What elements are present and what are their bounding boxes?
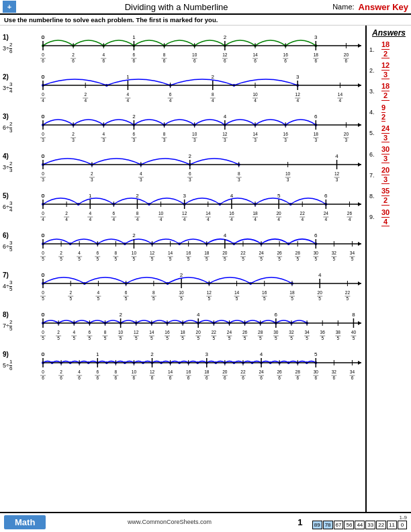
svg-text:6: 6 (151, 375, 154, 380)
score-box: 78 (323, 521, 333, 529)
svg-text:5: 5 (314, 351, 318, 357)
svg-text:4: 4 (65, 217, 68, 222)
page-title: Dividing with a Numberline (20, 2, 332, 12)
svg-text:3: 3 (193, 138, 196, 142)
svg-text:3: 3 (183, 193, 186, 199)
problem-label: 5) 6÷ 3 4 (3, 185, 38, 214)
svg-text:3: 3 (140, 177, 142, 182)
svg-text:3: 3 (336, 177, 338, 182)
score-box: 89 (312, 521, 322, 529)
svg-text:4: 4 (113, 217, 116, 222)
svg-text:6: 6 (296, 375, 299, 380)
svg-text:4: 4 (89, 217, 91, 222)
svg-text:4: 4 (84, 98, 87, 103)
svg-text:26: 26 (242, 330, 248, 335)
svg-text:5: 5 (296, 257, 299, 261)
svg-text:24: 24 (324, 211, 329, 216)
svg-text:4: 4 (169, 98, 172, 103)
svg-text:5: 5 (152, 296, 155, 301)
svg-text:5: 5 (181, 336, 184, 341)
svg-text:5: 5 (57, 336, 60, 341)
svg-text:22: 22 (212, 330, 217, 335)
svg-text:30: 30 (273, 330, 279, 335)
svg-text:6: 6 (324, 193, 328, 199)
svg-text:4: 4 (89, 211, 91, 216)
svg-text:6: 6 (314, 114, 318, 120)
problem-row: 7) 4÷ 3 5 005254565852105125145165185420… (3, 265, 363, 303)
svg-text:0: 0 (42, 34, 45, 40)
svg-text:5: 5 (314, 257, 317, 261)
svg-text:14: 14 (149, 330, 154, 335)
svg-text:8: 8 (115, 251, 118, 255)
svg-text:4: 4 (318, 272, 322, 278)
svg-text:2: 2 (72, 132, 75, 136)
svg-text:0: 0 (42, 114, 45, 120)
answer-fraction: 18 2 (381, 82, 390, 100)
svg-text:4: 4 (207, 217, 210, 222)
svg-text:3: 3 (205, 351, 209, 357)
svg-text:8: 8 (352, 312, 355, 318)
svg-marker-252 (358, 202, 361, 206)
problem-row: 2) 3÷ 3 4 004241446428410431241440 (3, 66, 363, 105)
instruction-text: Use the numberline to solve each problem… (0, 15, 411, 26)
svg-text:20: 20 (344, 132, 349, 136)
svg-text:6: 6 (133, 375, 136, 380)
svg-text:5: 5 (187, 257, 190, 261)
svg-text:6: 6 (96, 251, 99, 255)
score-box: 44 (355, 521, 365, 529)
svg-text:4: 4 (127, 98, 130, 103)
svg-text:6: 6 (72, 58, 75, 63)
svg-text:0: 0 (42, 351, 45, 357)
svg-text:8: 8 (238, 171, 240, 176)
svg-text:3: 3 (284, 138, 287, 142)
svg-text:4: 4 (260, 351, 263, 357)
svg-text:0: 0 (42, 290, 44, 295)
svg-text:6: 6 (351, 375, 354, 380)
svg-text:5: 5 (228, 336, 231, 341)
svg-text:4: 4 (339, 98, 342, 103)
svg-text:14: 14 (205, 211, 211, 216)
svg-text:4: 4 (230, 193, 234, 199)
numberline: 0052545658521051251451651854205225245265… (38, 304, 365, 343)
answer-number: 6. (369, 151, 380, 158)
svg-text:5: 5 (333, 257, 336, 261)
math-label: Math (4, 515, 46, 529)
svg-text:5: 5 (120, 336, 122, 341)
problems-area: 1) 3÷ 2 6 006264616686106212614616631862… (0, 26, 365, 512)
svg-text:3: 3 (102, 138, 105, 142)
problem-label: 6) 6÷ 3 5 (3, 225, 38, 253)
svg-text:5: 5 (321, 336, 324, 341)
score-box: 67 (334, 521, 344, 529)
svg-text:10: 10 (118, 330, 124, 335)
svg-text:5: 5 (306, 336, 308, 341)
problem-label: 9) 5÷ 1 6 (3, 344, 38, 372)
svg-text:32: 32 (332, 369, 337, 374)
svg-text:5: 5 (236, 296, 238, 301)
svg-text:5: 5 (96, 257, 99, 261)
footer-url: www.CommonCoreSheets.com (46, 519, 293, 525)
svg-text:0: 0 (42, 74, 45, 80)
svg-text:2: 2 (150, 351, 154, 357)
svg-text:5: 5 (290, 336, 293, 341)
svg-text:3: 3 (314, 34, 318, 40)
svg-text:5: 5 (97, 296, 100, 301)
svg-text:6: 6 (278, 375, 281, 380)
svg-text:3: 3 (224, 138, 226, 142)
svg-text:12: 12 (150, 251, 155, 255)
svg-text:18: 18 (204, 369, 210, 374)
main-content: 1) 3÷ 2 6 006264616686106212614616631862… (0, 26, 411, 512)
svg-text:18: 18 (204, 251, 210, 255)
svg-text:5: 5 (291, 296, 293, 301)
svg-text:0: 0 (42, 92, 44, 97)
svg-text:2: 2 (69, 290, 72, 295)
svg-text:0: 0 (42, 312, 45, 318)
answer-item: 5. 24 3 (369, 124, 408, 142)
svg-text:2: 2 (60, 369, 62, 374)
svg-text:8: 8 (212, 92, 214, 97)
svg-text:18: 18 (180, 330, 185, 335)
svg-text:10: 10 (253, 92, 258, 97)
svg-marker-447 (358, 281, 361, 285)
svg-text:5: 5 (89, 336, 91, 341)
svg-text:5: 5 (125, 296, 128, 301)
svg-text:10: 10 (192, 132, 197, 136)
